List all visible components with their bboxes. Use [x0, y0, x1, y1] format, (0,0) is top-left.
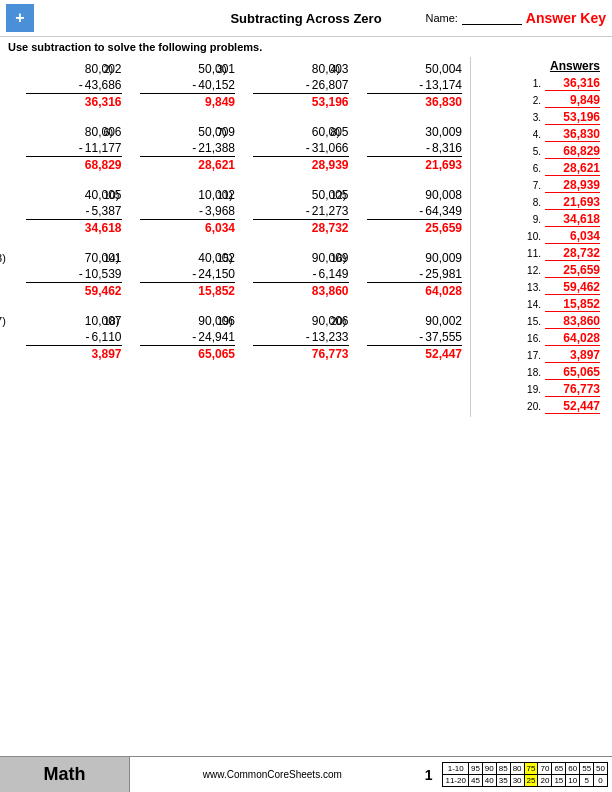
answer-item: 14.15,852: [475, 296, 608, 313]
score-cell: 50: [594, 763, 608, 775]
result: 52,447: [367, 345, 463, 362]
result: 59,462: [26, 282, 122, 299]
score-cell: 55: [580, 763, 594, 775]
result: 76,773: [253, 345, 349, 362]
answer-value: 65,065: [545, 365, 600, 380]
score-cell: 70: [538, 763, 552, 775]
instructions: Use subtraction to solve the following p…: [0, 37, 612, 57]
answer-item: 3.53,196: [475, 109, 608, 126]
result: 65,065: [140, 345, 236, 362]
answer-number: 7.: [523, 180, 541, 191]
footer-center: www.CommonCoreSheets.com: [130, 769, 415, 780]
problem-row: 13)70,001-10,53959,46214)40,002-24,15015…: [8, 250, 462, 299]
score-cell: 85: [496, 763, 510, 775]
minuend: 90,009: [367, 250, 463, 266]
score-cell: 45: [468, 775, 482, 787]
subtrahend: -24,150: [140, 266, 236, 282]
answer-item: 6.28,621: [475, 160, 608, 177]
subtrahend: -6,110: [26, 329, 122, 345]
answer-number: 16.: [523, 333, 541, 344]
answer-number: 8.: [523, 197, 541, 208]
subtrahend: -21,388: [140, 140, 236, 156]
score-range: 1-10: [443, 763, 468, 775]
subtrahend: -37,555: [367, 329, 463, 345]
score-cell: 5: [580, 775, 594, 787]
answer-value: 28,939: [545, 178, 600, 193]
answer-value: 3,897: [545, 348, 600, 363]
score-cell: 75: [524, 763, 538, 775]
result: 28,621: [140, 156, 236, 173]
answer-item: 5.68,829: [475, 143, 608, 160]
subtrahend: -24,941: [140, 329, 236, 345]
subtrahend: -43,686: [26, 77, 122, 93]
answer-number: 19.: [523, 384, 541, 395]
problem-number: 10): [104, 189, 120, 201]
answer-item: 18.65,065: [475, 364, 608, 381]
subtrahend: -64,349: [367, 203, 463, 219]
result: 21,693: [367, 156, 463, 173]
problem-row: 9)40,005-5,38734,61810)10,002-3,9686,034…: [8, 187, 462, 236]
score-range: 11-20: [443, 775, 468, 787]
problem: 16)90,009-25,98164,028: [349, 250, 463, 299]
answer-number: 18.: [523, 367, 541, 378]
problem-row: 17)10,007-6,1103,89718)90,006-24,94165,0…: [8, 313, 462, 362]
header: + Subtracting Across Zero Name: Answer K…: [0, 0, 612, 37]
problem-number: 20): [331, 315, 347, 327]
score-cell: 25: [524, 775, 538, 787]
result: 3,897: [26, 345, 122, 362]
answer-value: 68,829: [545, 144, 600, 159]
answer-value: 28,732: [545, 246, 600, 261]
minuend: 50,004: [367, 61, 463, 77]
name-label: Name:: [425, 12, 457, 24]
result: 28,732: [253, 219, 349, 236]
logo-icon: +: [6, 4, 34, 32]
result: 34,618: [26, 219, 122, 236]
minuend: 90,002: [367, 313, 463, 329]
answer-key-label: Answer Key: [526, 10, 606, 26]
problem-number: 7): [217, 126, 227, 138]
problems-area: 1)80,002-43,68636,3162)50,001-40,1529,84…: [0, 57, 470, 417]
result: 36,316: [26, 93, 122, 110]
answer-number: 14.: [523, 299, 541, 310]
problem-number: 19): [217, 315, 233, 327]
subtrahend: -40,152: [140, 77, 236, 93]
name-area: Name: Answer Key: [425, 10, 606, 26]
problem-number: 6): [104, 126, 114, 138]
subtrahend: -11,177: [26, 140, 122, 156]
answer-number: 4.: [523, 129, 541, 140]
footer: Math www.CommonCoreSheets.com 1 1-109590…: [0, 756, 612, 792]
answer-item: 10.6,034: [475, 228, 608, 245]
result: 9,849: [140, 93, 236, 110]
answer-value: 64,028: [545, 331, 600, 346]
answer-value: 59,462: [545, 280, 600, 295]
answer-sidebar: Answers 1.36,3162.9,8493.53,1964.36,8305…: [470, 57, 612, 417]
subtrahend: -5,387: [26, 203, 122, 219]
math-label: Math: [0, 757, 130, 793]
answer-item: 20.52,447: [475, 398, 608, 415]
problem: 4)50,004-13,17436,830: [349, 61, 463, 110]
answer-number: 11.: [523, 248, 541, 259]
result: 36,830: [367, 93, 463, 110]
problem-number: 12): [331, 189, 347, 201]
subtrahend: -3,968: [140, 203, 236, 219]
problem: 20)90,002-37,55552,447: [349, 313, 463, 362]
subtrahend: -10,539: [26, 266, 122, 282]
subtrahend: -13,174: [367, 77, 463, 93]
problem-number: 17): [0, 315, 6, 327]
result: 64,028: [367, 282, 463, 299]
problem-number: 16): [331, 252, 347, 264]
subtrahend: -31,066: [253, 140, 349, 156]
answer-item: 19.76,773: [475, 381, 608, 398]
answer-item: 17.3,897: [475, 347, 608, 364]
problem-number: 3): [217, 63, 227, 75]
answer-number: 13.: [523, 282, 541, 293]
score-cell: 10: [566, 775, 580, 787]
result: 68,829: [26, 156, 122, 173]
result: 53,196: [253, 93, 349, 110]
answer-item: 8.21,693: [475, 194, 608, 211]
answer-item: 13.59,462: [475, 279, 608, 296]
answer-value: 9,849: [545, 93, 600, 108]
page-number: 1: [425, 767, 433, 783]
answer-item: 2.9,849: [475, 92, 608, 109]
answer-value: 36,830: [545, 127, 600, 142]
